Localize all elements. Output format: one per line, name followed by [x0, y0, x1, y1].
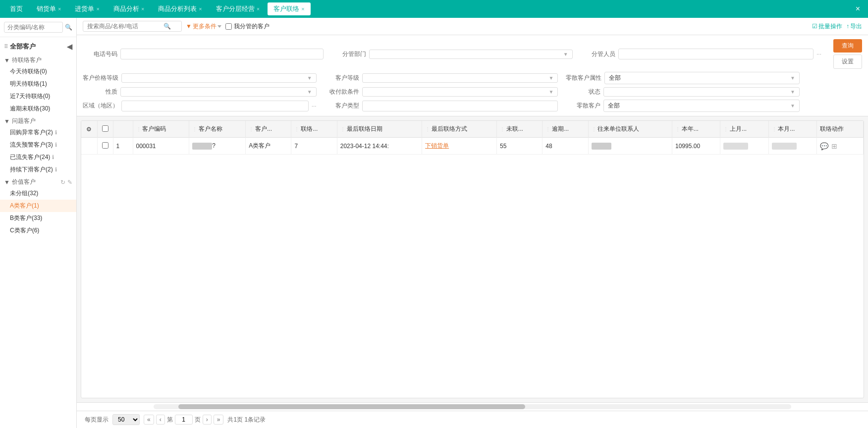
- sidebar-item-a-class[interactable]: A类客户(1): [0, 200, 76, 212]
- info-icon-declining[interactable]: ℹ: [55, 166, 57, 173]
- select-all-checkbox[interactable]: [102, 125, 108, 132]
- filter-region-input[interactable]: [121, 101, 309, 111]
- filter-search-icon[interactable]: 🔍: [163, 23, 171, 30]
- my-customers-checkbox[interactable]: [225, 23, 232, 30]
- col-contact[interactable]: 联络...: [291, 121, 337, 138]
- sidebar-collapse-btn[interactable]: ◀: [67, 43, 72, 51]
- row-last-contact-method-cell[interactable]: 下销货单: [422, 138, 497, 155]
- sidebar-item-c-class[interactable]: C类客户(6): [0, 224, 76, 237]
- nav-product-analysis[interactable]: 商品分析 ×: [108, 2, 150, 15]
- filter-nature-select[interactable]: ▼: [120, 87, 317, 97]
- group-arrow-pending[interactable]: ▼: [4, 57, 10, 64]
- nav-product-analysis-list-close[interactable]: ×: [199, 6, 202, 12]
- nav-purchase-order-close[interactable]: ×: [96, 6, 99, 12]
- nav-purchase-order[interactable]: 进货单 ×: [69, 2, 105, 15]
- close-all-btn[interactable]: ×: [852, 2, 864, 15]
- filter-retail-attr-select[interactable]: 全部 ▼: [604, 72, 800, 84]
- row-checkbox[interactable]: [102, 142, 108, 149]
- nav-home[interactable]: 首页: [4, 2, 29, 15]
- export-btn[interactable]: ↑ 导出: [846, 22, 862, 31]
- last-contact-method-link[interactable]: 下销货单: [425, 142, 449, 149]
- col-last-month[interactable]: 上月...: [720, 121, 768, 138]
- filter-customer-type-input[interactable]: [362, 101, 558, 111]
- col-customer-type[interactable]: 客户...: [246, 121, 291, 138]
- filter-price-level-select[interactable]: ▼: [121, 73, 317, 83]
- filter-customer-level-select[interactable]: ▼: [362, 73, 558, 83]
- filter-more-conditions[interactable]: ▼ 更多条件: [186, 22, 221, 31]
- col-last-contact-method[interactable]: 最后联络方式: [422, 121, 497, 138]
- group-arrow-value[interactable]: ▼: [4, 179, 10, 186]
- filter-search-input[interactable]: [87, 23, 162, 30]
- col-last-contact-date[interactable]: 最后联络日期: [337, 121, 422, 138]
- row-checkbox-cell[interactable]: [97, 138, 113, 155]
- customer-table: ⚙ 客户编码 客户名称 客户... 联络... 最后联络日期 最后联络方式 未联…: [81, 120, 864, 398]
- info-icon-churn-warning[interactable]: ℹ: [55, 142, 57, 148]
- settings-button[interactable]: 设置: [833, 54, 862, 69]
- last-page-btn[interactable]: »: [214, 415, 224, 425]
- sidebar-item-churned[interactable]: 已流失客户(24) ℹ: [0, 151, 76, 163]
- filter-status-select[interactable]: ▼: [603, 87, 800, 97]
- filter-payment-select[interactable]: ▼: [362, 87, 558, 97]
- nav-product-analysis-list[interactable]: 商品分析列表 ×: [152, 2, 208, 15]
- col-customer-code[interactable]: 客户编码: [133, 121, 189, 138]
- sidebar-search-icon[interactable]: 🔍: [65, 24, 72, 31]
- first-page-btn[interactable]: «: [144, 415, 154, 425]
- horizontal-scrollbar-track[interactable]: [154, 404, 791, 409]
- col-this-month[interactable]: 本月...: [768, 121, 816, 138]
- next-page-btn[interactable]: ›: [203, 415, 212, 425]
- filter-retail-select[interactable]: 全部 ▼: [603, 100, 800, 112]
- nav-customer-contact[interactable]: 客户联络 ×: [268, 2, 310, 15]
- col-overdue[interactable]: 逾期...: [542, 121, 588, 138]
- page-number-input[interactable]: [175, 415, 193, 425]
- nav-sales-order-close[interactable]: ×: [58, 6, 61, 12]
- filter-nature: 性质 ▼: [83, 87, 317, 97]
- my-customers-filter[interactable]: 我分管的客户: [225, 22, 270, 31]
- manager-dots-btn[interactable]: ···: [816, 51, 821, 57]
- group-refresh-icon[interactable]: ↻: [60, 179, 65, 186]
- prev-page-btn[interactable]: ‹: [156, 415, 165, 425]
- page-size-select[interactable]: 50 10 20 100: [112, 414, 140, 425]
- row-settings-cell: [81, 138, 97, 155]
- region-dots-btn[interactable]: ···: [312, 103, 317, 109]
- sidebar-item-tomorrow[interactable]: 明天待联络(1): [0, 78, 76, 90]
- nav-customer-segment-close[interactable]: ×: [257, 6, 260, 12]
- sidebar-item-declining[interactable]: 持续下滑客户(2) ℹ: [0, 163, 76, 176]
- info-icon-churned[interactable]: ℹ: [52, 154, 54, 160]
- sidebar-item-unclassified[interactable]: 未分组(32): [0, 187, 76, 200]
- col-checkbox[interactable]: [97, 121, 113, 138]
- sidebar-item-7days[interactable]: 近7天待联络(0): [0, 90, 76, 103]
- col-customer-name[interactable]: 客户名称: [189, 121, 246, 138]
- filter-phone-input[interactable]: [120, 49, 324, 59]
- row-contact-cell: 7: [291, 138, 337, 155]
- sidebar-item-churn-warning[interactable]: 流失预警客户(3) ℹ: [0, 139, 76, 151]
- batch-operation-btn[interactable]: ☑ 批量操作: [812, 22, 842, 31]
- sidebar-search-input[interactable]: [4, 22, 63, 33]
- col-settings[interactable]: ⚙: [81, 121, 97, 138]
- query-button[interactable]: 查询: [833, 39, 862, 53]
- sidebar-item-overdue[interactable]: 逾期未联络(30): [0, 103, 76, 115]
- horizontal-scrollbar-thumb[interactable]: [178, 404, 525, 409]
- nav-sales-order[interactable]: 销货单 ×: [31, 2, 67, 15]
- col-no-contact[interactable]: 未联...: [497, 121, 542, 138]
- nav-product-analysis-close[interactable]: ×: [141, 6, 144, 12]
- nav-customer-contact-close[interactable]: ×: [301, 6, 304, 12]
- group-arrow-problem[interactable]: ▼: [4, 118, 10, 125]
- nature-arrow-icon: ▼: [307, 89, 312, 95]
- sidebar-item-repurchase-abnormal[interactable]: 回购异常客户(2) ℹ: [0, 126, 76, 139]
- group-edit-icon[interactable]: ✎: [67, 179, 72, 186]
- table-header-row: ⚙ 客户编码 客户名称 客户... 联络... 最后联络日期 最后联络方式 未联…: [81, 121, 864, 138]
- col-this-year[interactable]: 本年...: [672, 121, 720, 138]
- col-company-contact[interactable]: 往来单位联系人: [588, 121, 672, 138]
- row-qr-icon[interactable]: ⊞: [831, 142, 837, 150]
- filter-manager-input[interactable]: [618, 49, 814, 59]
- pagination: « ‹ 第 页 › »: [144, 415, 223, 425]
- row-chat-icon[interactable]: 💬: [820, 142, 828, 150]
- nav-customer-segment[interactable]: 客户分层经营 ×: [210, 2, 266, 15]
- all-customers-section[interactable]: ⠿ 全部客户 ◀: [0, 39, 76, 54]
- info-icon-repurchase[interactable]: ℹ: [55, 129, 57, 136]
- row-this-year-cell: 10995.00: [672, 138, 720, 155]
- sidebar-item-today[interactable]: 今天待联络(0): [0, 65, 76, 78]
- col-contact-action: 联络动作: [816, 121, 863, 138]
- filter-dept-select[interactable]: ▼: [369, 50, 572, 59]
- sidebar-item-b-class[interactable]: B类客户(33): [0, 212, 76, 224]
